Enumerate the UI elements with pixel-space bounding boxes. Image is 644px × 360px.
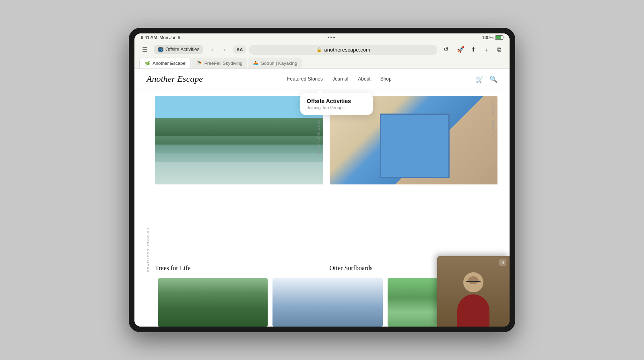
tabs-row: 🌿 Another Escape 🪂 FreeFall Skydiving 🚣 … xyxy=(134,58,510,68)
person-head xyxy=(463,272,483,292)
tab-kayaking[interactable]: 🚣 Sooun | Kayaking xyxy=(248,58,302,68)
tab-favicon-another-escape: 🌿 xyxy=(144,60,150,66)
featured-cards: THE NATURAL WORLD VOLUME Trees for Life … xyxy=(155,96,497,272)
card-image-inner-trees: THE NATURAL WORLD VOLUME xyxy=(155,96,323,184)
tab-group-name: Offsite Activities xyxy=(165,47,199,52)
tabs-overview-button[interactable]: ⧉ xyxy=(493,44,505,55)
dots-menu xyxy=(328,37,335,38)
sidebar-toggle-button[interactable]: ☰ xyxy=(139,44,151,55)
tooltip-title: Offsite Activities xyxy=(307,98,366,104)
tooltip-arrow xyxy=(316,90,323,93)
reader-mode-button[interactable]: AA xyxy=(233,46,246,54)
featured-card-otter-surfboards: THE WATER VOLUME Otter Surfboards xyxy=(330,96,498,272)
battery-level: 100% xyxy=(482,35,493,40)
tab-freefall-skydiving[interactable]: 🪂 FreeFall Skydiving xyxy=(192,58,248,68)
browser-toolbar: ☰ 👥 Offsite Activities ‹ › AA 🔒 anothere… xyxy=(134,41,510,58)
status-bar: 9:41 AM Mon Jun 6 100% xyxy=(134,33,510,41)
featured-card-trees-for-life: THE NATURAL WORLD VOLUME Trees for Life xyxy=(155,96,323,272)
site-menu: Featured Stories Journal About Shop xyxy=(287,76,391,82)
person-figure xyxy=(457,272,489,327)
menu-journal[interactable]: Journal xyxy=(332,76,348,82)
tab-favicon-freefall: 🪂 xyxy=(196,60,202,66)
person-body xyxy=(457,294,489,327)
battery xyxy=(495,35,503,40)
forest-image xyxy=(158,278,268,327)
lake-image xyxy=(155,96,323,184)
site-content: Offsite Activities Joining Tab Group... … xyxy=(134,69,510,327)
lower-card-2[interactable] xyxy=(272,278,382,327)
tooltip-subtitle: Joining Tab Group... xyxy=(307,105,366,110)
tab-label-freefall: FreeFall Skydiving xyxy=(204,61,243,66)
date: Mon Jun 6 xyxy=(159,35,180,40)
video-badge: 3 xyxy=(499,259,506,266)
featured-label: FEATURED STORIES xyxy=(147,96,150,272)
tab-group-icon: 👥 xyxy=(158,47,163,52)
browser-chrome: ☰ 👥 Offsite Activities ‹ › AA 🔒 anothere… xyxy=(134,41,510,69)
video-pip[interactable]: 3 xyxy=(437,256,510,327)
time: 9:41 AM xyxy=(141,35,157,40)
lock-icon: 🔒 xyxy=(316,47,322,52)
dot xyxy=(330,37,332,38)
dot xyxy=(333,37,335,38)
status-right: 100% xyxy=(482,35,503,40)
menu-shop[interactable]: Shop xyxy=(380,76,392,82)
toolbar-actions: 🚀 ⬆ + ⧉ xyxy=(455,44,505,55)
address-bar[interactable]: 🔒 anotherescape.com xyxy=(249,45,437,55)
search-icon[interactable]: 🔍 xyxy=(489,75,497,83)
featured-section: FEATURED STORIES THE NATURAL WORLD VOLUM… xyxy=(134,89,510,278)
reload-button[interactable]: ↺ xyxy=(440,44,452,55)
menu-featured-stories[interactable]: Featured Stories xyxy=(287,76,323,82)
cart-icon[interactable]: 🛒 xyxy=(476,75,484,83)
battery-icon xyxy=(495,35,503,40)
lower-card-1[interactable] xyxy=(158,278,268,327)
content-area: FEATURED STORIES THE NATURAL WORLD VOLUM… xyxy=(134,89,510,327)
battery-fill xyxy=(496,36,501,39)
tab-label-another-escape: Another Escape xyxy=(153,61,186,66)
tab-label-kayaking: Sooun | Kayaking xyxy=(261,61,297,66)
new-tab-button[interactable]: + xyxy=(481,44,492,55)
site-logo: Another Escape xyxy=(147,74,203,84)
dot xyxy=(328,37,329,38)
url-text: anotherescape.com xyxy=(324,47,370,53)
tab-group-indicator[interactable]: 👥 Offsite Activities xyxy=(154,45,203,54)
tab-another-escape[interactable]: 🌿 Another Escape xyxy=(139,58,191,68)
nav-arrows: ‹ › xyxy=(206,44,230,55)
share-button[interactable]: ⬆ xyxy=(468,44,479,55)
card-title-trees: Trees for Life xyxy=(155,265,323,272)
card-image-otter[interactable]: THE WATER VOLUME xyxy=(330,96,498,261)
ipad-frame: 9:41 AM Mon Jun 6 100% ☰ xyxy=(129,28,515,332)
site-nav: Another Escape Featured Stories Journal … xyxy=(134,69,510,89)
ski-image xyxy=(272,278,382,327)
status-left: 9:41 AM Mon Jun 6 xyxy=(141,35,180,40)
volume-label-otter: THE WATER VOLUME xyxy=(491,100,494,139)
back-button[interactable]: ‹ xyxy=(206,44,218,55)
forward-button[interactable]: › xyxy=(219,44,230,55)
nav-icons: 🛒 🔍 xyxy=(476,75,497,83)
menu-about[interactable]: About xyxy=(358,76,370,82)
card-image-trees[interactable]: THE NATURAL WORLD VOLUME xyxy=(155,96,323,261)
tab-favicon-kayaking: 🚣 xyxy=(253,60,258,66)
extensions-button[interactable]: 🚀 xyxy=(455,44,466,55)
ipad-screen: 9:41 AM Mon Jun 6 100% ☰ xyxy=(134,33,510,327)
tab-group-tooltip: Offsite Activities Joining Tab Group... xyxy=(300,93,373,115)
